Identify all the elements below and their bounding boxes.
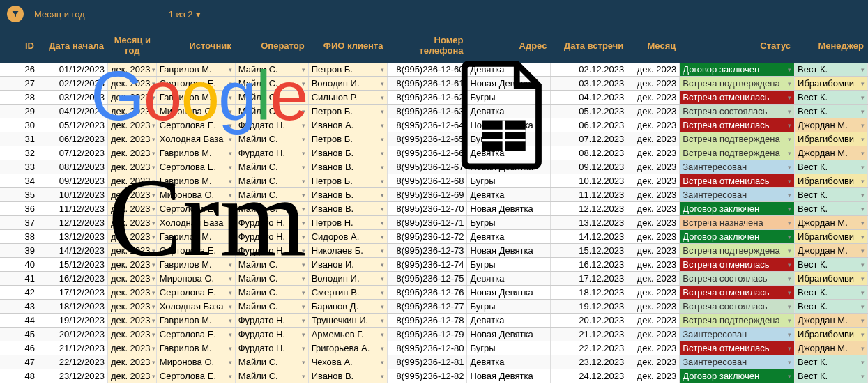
cell-address[interactable]: Бугры — [467, 132, 551, 146]
cell-manager[interactable]: Ибрагибомви▾ — [795, 230, 868, 243]
dropdown-icon[interactable]: ▾ — [229, 136, 232, 143]
cell-date[interactable]: 06/12/2023 — [38, 132, 108, 146]
dropdown-icon[interactable]: ▾ — [861, 261, 865, 268]
cell-meeting-month[interactable]: дек. 2023 — [627, 258, 680, 271]
cell-status[interactable]: Встреча отменилась▾ — [680, 286, 795, 299]
dropdown-icon[interactable]: ▾ — [302, 192, 305, 199]
cell-address[interactable]: Девятка — [467, 63, 551, 76]
cell-date[interactable]: 12/12/2023 — [38, 216, 108, 229]
cell-phone[interactable]: 8(995)236-12-72 — [388, 230, 468, 243]
dropdown-icon[interactable]: ▾ — [788, 206, 791, 213]
cell-manager[interactable]: Вест К.▾ — [795, 258, 868, 271]
cell-manager[interactable]: Вест К.▾ — [795, 105, 868, 118]
cell-fio[interactable]: Сидоров А.▾ — [309, 230, 388, 243]
cell-meeting-date[interactable]: 08.12.2023 — [551, 146, 627, 160]
cell-operator[interactable]: Майли С.▾ — [236, 300, 309, 313]
dropdown-icon[interactable]: ▾ — [861, 94, 865, 101]
dropdown-icon[interactable]: ▾ — [861, 289, 865, 296]
cell-id[interactable]: 27 — [0, 77, 38, 90]
cell-month[interactable]: дек. 2023▾ — [108, 272, 157, 285]
cell-id[interactable]: 41 — [0, 272, 38, 285]
cell-fio[interactable]: Петров Б.▾ — [309, 105, 388, 118]
cell-manager[interactable]: Джордан М.▾ — [795, 314, 868, 327]
cell-source[interactable]: Гаврилов М.▾ — [157, 341, 236, 355]
cell-meeting-date[interactable]: 22.12.2023 — [551, 341, 627, 355]
cell-month[interactable]: дек. 2023▾ — [108, 300, 157, 313]
dropdown-icon[interactable]: ▾ — [229, 317, 232, 324]
cell-fio[interactable]: Баринов Д.▾ — [309, 300, 388, 313]
dropdown-icon[interactable]: ▾ — [152, 247, 155, 254]
cell-meeting-month[interactable]: дек. 2023 — [627, 202, 680, 215]
dropdown-icon[interactable]: ▾ — [861, 359, 865, 366]
dropdown-icon[interactable]: ▾ — [788, 233, 791, 240]
dropdown-icon[interactable]: ▾ — [788, 108, 791, 115]
dropdown-icon[interactable]: ▾ — [788, 178, 791, 185]
cell-phone[interactable]: 8(995)236-12-62 — [388, 91, 468, 104]
cell-meeting-date[interactable]: 23.12.2023 — [551, 355, 627, 369]
cell-status[interactable]: Встреча подтверждена▾ — [680, 77, 795, 90]
cell-id[interactable]: 32 — [0, 146, 38, 160]
cell-meeting-date[interactable]: 16.12.2023 — [551, 258, 627, 271]
cell-status[interactable]: Встреча назначена▾ — [680, 216, 795, 229]
dropdown-icon[interactable]: ▾ — [861, 275, 865, 282]
dropdown-icon[interactable]: ▾ — [152, 233, 155, 240]
dropdown-icon[interactable]: ▾ — [229, 220, 232, 226]
cell-status[interactable]: Встреча состоялась▾ — [680, 300, 795, 313]
header-status[interactable]: Статус — [680, 28, 795, 63]
cell-fio[interactable]: Володин И.▾ — [309, 77, 388, 90]
cell-operator[interactable]: Майли С.▾ — [236, 105, 309, 118]
cell-phone[interactable]: 8(995)236-12-77 — [388, 300, 468, 313]
cell-meeting-month[interactable]: дек. 2023 — [627, 105, 680, 118]
dropdown-icon[interactable]: ▾ — [152, 192, 155, 199]
cell-fio[interactable]: Николаев Б.▾ — [309, 244, 388, 257]
cell-manager[interactable]: Вест К.▾ — [795, 202, 868, 215]
dropdown-icon[interactable]: ▾ — [302, 122, 305, 129]
cell-id[interactable]: 42 — [0, 286, 38, 299]
dropdown-icon[interactable]: ▾ — [381, 150, 384, 157]
cell-id[interactable]: 38 — [0, 230, 38, 243]
cell-fio[interactable]: Иванов В.▾ — [309, 369, 388, 383]
dropdown-icon[interactable]: ▾ — [302, 247, 305, 254]
dropdown-icon[interactable]: ▾ — [229, 373, 232, 380]
dropdown-icon[interactable]: ▾ — [152, 178, 155, 185]
cell-manager[interactable]: Вест К.▾ — [795, 355, 868, 369]
cell-phone[interactable]: 8(995)236-12-66 — [388, 146, 468, 160]
cell-address[interactable]: Бугры — [467, 300, 551, 313]
cell-manager[interactable]: Джордан М.▾ — [795, 244, 868, 257]
dropdown-icon[interactable]: ▾ — [302, 233, 305, 240]
cell-phone[interactable]: 8(995)236-12-76 — [388, 286, 468, 299]
dropdown-icon[interactable]: ▾ — [788, 359, 791, 366]
dropdown-icon[interactable]: ▾ — [229, 289, 232, 296]
cell-manager[interactable]: Джордан М.▾ — [795, 118, 868, 132]
cell-month[interactable]: дек. 2023▾ — [108, 188, 157, 201]
cell-source[interactable]: Сертолова Е.▾ — [157, 244, 236, 257]
cell-operator[interactable]: Майли С.▾ — [236, 91, 309, 104]
cell-address[interactable]: Бугры — [467, 258, 551, 271]
dropdown-icon[interactable]: ▾ — [152, 289, 155, 296]
cell-meeting-date[interactable]: 18.12.2023 — [551, 286, 627, 299]
cell-operator[interactable]: Фурдато Н.▾ — [236, 118, 309, 132]
cell-month[interactable]: дек. 2023▾ — [108, 314, 157, 327]
cell-status[interactable]: Встреча отменилась▾ — [680, 174, 795, 187]
cell-id[interactable]: 29 — [0, 105, 38, 118]
cell-source[interactable]: Гаврилов М.▾ — [157, 91, 236, 104]
cell-id[interactable]: 40 — [0, 258, 38, 271]
dropdown-icon[interactable]: ▾ — [229, 80, 232, 87]
dropdown-icon[interactable]: ▾ — [861, 303, 865, 310]
cell-phone[interactable]: 8(995)236-12-73 — [388, 244, 468, 257]
cell-id[interactable]: 33 — [0, 160, 38, 174]
cell-source[interactable]: Сертолова Е.▾ — [157, 160, 236, 174]
cell-meeting-month[interactable]: дек. 2023 — [627, 77, 680, 90]
cell-meeting-month[interactable]: дек. 2023 — [627, 328, 680, 341]
cell-phone[interactable]: 8(995)236-12-79 — [388, 328, 468, 341]
cell-meeting-date[interactable]: 06.12.2023 — [551, 118, 627, 132]
cell-source[interactable]: Миронова О.▾ — [157, 105, 236, 118]
header-date[interactable]: Дата начала — [38, 28, 108, 63]
dropdown-icon[interactable]: ▾ — [152, 261, 155, 268]
cell-status[interactable]: Встреча отменилась▾ — [680, 341, 795, 355]
page-count[interactable]: 1 из 2▾ — [169, 9, 201, 20]
filter-label[interactable]: Месяц и год — [34, 9, 85, 20]
cell-fio[interactable]: Иванов И.▾ — [309, 258, 388, 271]
dropdown-icon[interactable]: ▾ — [381, 261, 384, 268]
dropdown-icon[interactable]: ▾ — [381, 178, 384, 185]
